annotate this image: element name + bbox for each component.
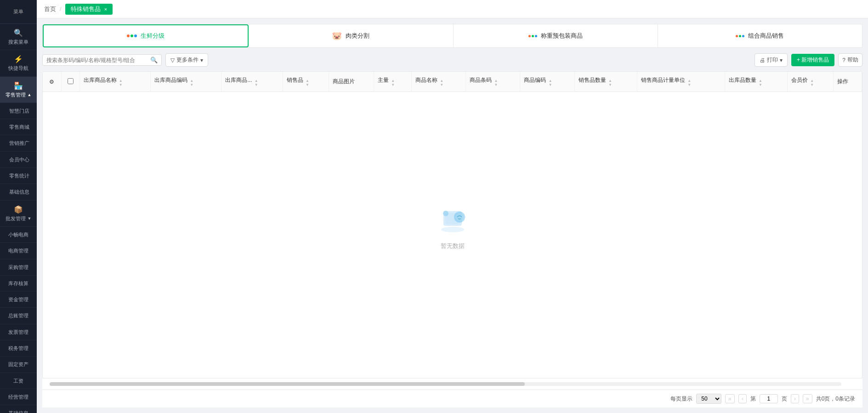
- sidebar-item-basic-info2[interactable]: 基础信息: [0, 405, 37, 413]
- scroll-thumb[interactable]: [50, 382, 525, 386]
- sort-asc-icon: ▲: [810, 79, 814, 83]
- search-box: 🔍: [42, 54, 162, 66]
- col-sales-goods[interactable]: 销售品 ▲ ▼: [283, 72, 329, 92]
- retail-icon: 🏪: [14, 81, 23, 90]
- prev-page-icon: ‹: [742, 396, 743, 402]
- first-page-button[interactable]: «: [725, 394, 735, 403]
- sidebar-item-label: 营销推广: [9, 140, 29, 146]
- sidebar-item-smart-store[interactable]: 智慧门店: [0, 103, 37, 119]
- sort-asc-icon: ▲: [119, 79, 123, 83]
- sidebar-item-ledger[interactable]: 总账管理: [0, 308, 37, 324]
- col-label: 销售品: [287, 77, 303, 83]
- tab-meat-cut[interactable]: 🐷 肉类分割: [249, 24, 453, 47]
- sort-asc-icon: ▲: [549, 79, 552, 83]
- topbar: 首页 / 特殊销售品 ×: [37, 0, 868, 18]
- sidebar-item-mini-ecom[interactable]: 小畅电商: [0, 227, 37, 243]
- col-settings[interactable]: ⚙: [43, 72, 61, 92]
- weigh-pack-icon: [528, 35, 537, 37]
- table-header-row: ⚙ 出库商品名称 ▲ ▼ 出库商品: [43, 72, 862, 92]
- sidebar-item-quick-nav[interactable]: ⚡ 快捷导航: [0, 50, 37, 76]
- settings-icon: ⚙: [49, 79, 54, 85]
- col-out-goods-code[interactable]: 出库商品编码 ▲ ▼: [150, 72, 221, 92]
- sidebar-item-basic-info[interactable]: 基础信息: [0, 184, 37, 200]
- sidebar-item-online-mall[interactable]: 零售商城: [0, 119, 37, 135]
- col-out-goods-extra[interactable]: 出库商品... ▲ ▼: [221, 72, 283, 92]
- tab-fresh-grade-label: 生鲜分级: [141, 32, 165, 40]
- sidebar-item-ecom-mgmt[interactable]: 电商管理: [0, 243, 37, 259]
- select-all-checkbox[interactable]: [68, 78, 74, 84]
- data-table: ⚙ 出库商品名称 ▲ ▼ 出库商品: [43, 72, 862, 92]
- sort-icons: ▲ ▼: [687, 79, 691, 87]
- sort-asc-icon: ▲: [759, 79, 762, 83]
- sidebar-item-wholesale[interactable]: 📦 批发管理 ▼: [0, 201, 37, 227]
- add-goods-button[interactable]: + 新增销售品: [791, 54, 834, 66]
- col-label: 出库商品编码: [154, 77, 187, 83]
- sidebar-item-tax[interactable]: 税务管理: [0, 340, 37, 356]
- scroll-track[interactable]: [50, 382, 841, 386]
- sidebar-item-search[interactable]: 🔍 搜索菜单: [0, 24, 37, 50]
- search-icon[interactable]: 🔍: [150, 57, 158, 63]
- sidebar-item-purchase[interactable]: 采购管理: [0, 259, 37, 275]
- filter-icon: ▽: [170, 57, 175, 63]
- sidebar-logo: 菜单: [0, 0, 37, 24]
- next-page-button[interactable]: ›: [791, 394, 799, 403]
- sort-desc-icon: ▼: [810, 83, 814, 87]
- col-label: 商品名称: [415, 77, 437, 83]
- sort-icons: ▲ ▼: [440, 79, 443, 87]
- filter-button[interactable]: ▽ 更多条件 ▾: [165, 53, 208, 67]
- sidebar-item-hr[interactable]: 工资: [0, 373, 37, 389]
- sidebar-item-retail[interactable]: 🏪 零售管理 ▲: [0, 77, 37, 103]
- sidebar-item-label: 采购管理: [8, 264, 28, 270]
- page-number-input[interactable]: [760, 394, 778, 403]
- sort-desc-icon: ▼: [391, 83, 395, 87]
- col-goods-name[interactable]: 商品名称 ▲ ▼: [411, 72, 465, 92]
- sidebar-item-invoice[interactable]: 发票管理: [0, 324, 37, 340]
- sidebar-item-marketing[interactable]: 营销推广: [0, 135, 37, 151]
- sidebar-item-biz-mgmt[interactable]: 经营管理: [0, 389, 37, 405]
- help-button[interactable]: ? 帮助: [838, 53, 862, 67]
- tab-combo[interactable]: 组合商品销售: [658, 24, 862, 47]
- close-tab-button[interactable]: ×: [104, 6, 107, 12]
- col-goods-code[interactable]: 商品编码 ▲ ▼: [520, 72, 574, 92]
- tab-fresh-grade[interactable]: 生鲜分级: [43, 24, 249, 47]
- sidebar-item-label: 库存核算: [8, 280, 28, 287]
- breadcrumb-separator: /: [60, 6, 62, 12]
- prev-page-button[interactable]: ‹: [738, 394, 747, 403]
- col-sales-qty[interactable]: 销售品数量 ▲ ▼: [574, 72, 637, 92]
- col-out-qty[interactable]: 出库品数量 ▲ ▼: [725, 72, 787, 92]
- sidebar-item-label: 零售管理: [6, 92, 26, 98]
- col-checkbox[interactable]: [61, 72, 79, 92]
- sort-desc-icon: ▼: [255, 83, 258, 87]
- sidebar-item-label: 资金管理: [8, 296, 28, 303]
- per-page-select[interactable]: 10 20 50 100: [696, 394, 721, 404]
- print-button[interactable]: 🖨 打印 ▾: [755, 53, 788, 67]
- tab-weigh-pack[interactable]: 称重预包装商品: [454, 24, 658, 47]
- breadcrumb-home[interactable]: 首页: [44, 5, 56, 13]
- svg-point-4: [456, 213, 463, 221]
- sort-icons: ▲ ▼: [810, 79, 814, 87]
- combo-icon: [736, 35, 744, 37]
- sidebar-item-fixed-assets[interactable]: 固定资产: [0, 356, 37, 373]
- sidebar-item-label: 会员中心: [9, 156, 29, 163]
- add-label: + 新增销售品: [797, 56, 829, 64]
- help-icon: ?: [842, 57, 845, 63]
- col-out-goods-name[interactable]: 出库商品名称 ▲ ▼: [79, 72, 150, 92]
- col-goods-barcode[interactable]: 商品条码 ▲ ▼: [466, 72, 520, 92]
- sidebar-item-inventory[interactable]: 库存核算: [0, 275, 37, 292]
- sort-icons: ▲ ▼: [119, 79, 123, 87]
- svg-point-5: [443, 211, 448, 216]
- first-page-icon: «: [728, 396, 732, 402]
- col-label: 商品编码: [524, 77, 546, 83]
- sidebar-item-label: 智慧门店: [9, 108, 29, 114]
- last-page-button[interactable]: »: [803, 394, 812, 403]
- sidebar-item-member[interactable]: 会员中心: [0, 152, 37, 168]
- search-input[interactable]: [46, 57, 148, 63]
- empty-state: 暂无数据: [434, 200, 471, 250]
- col-sales-unit[interactable]: 销售商品计量单位 ▲ ▼: [637, 72, 725, 92]
- col-main[interactable]: 主量 ▲ ▼: [374, 72, 411, 92]
- sidebar-item-finance[interactable]: 资金管理: [0, 292, 37, 308]
- sidebar-item-retail-stats[interactable]: 零售统计: [0, 168, 37, 184]
- sort-asc-icon: ▲: [391, 79, 395, 83]
- sort-desc-icon: ▼: [687, 83, 691, 87]
- col-member-price[interactable]: 会员价 ▲ ▼: [787, 72, 833, 92]
